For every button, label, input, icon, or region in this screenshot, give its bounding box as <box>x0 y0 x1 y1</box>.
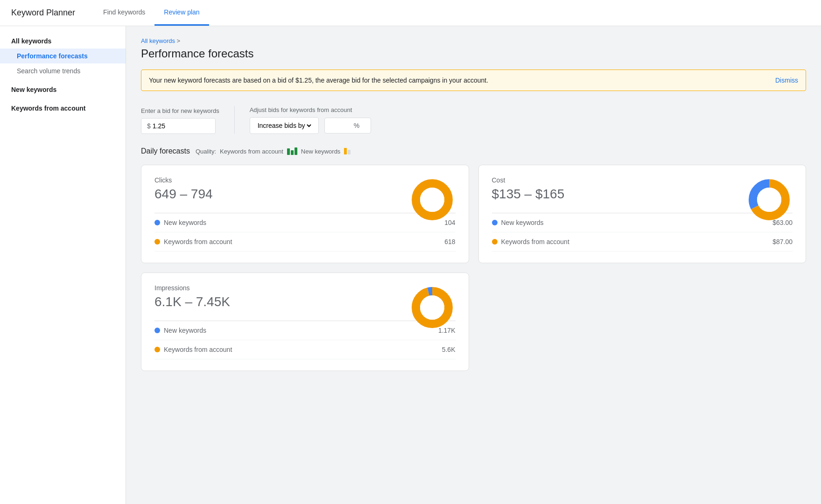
quality-legend: Quality: Keywords from account New keywo… <box>196 147 351 155</box>
cost-legend-account: Keywords from account $87.00 <box>492 232 793 252</box>
new-keywords-label: New keywords <box>164 219 206 226</box>
clicks-donut <box>409 176 456 224</box>
legend-account-label: Keywords from account <box>220 148 283 155</box>
sidebar-section-all-keywords[interactable]: All keywords <box>0 34 126 49</box>
impressions-account-value: 5.6K <box>442 346 456 353</box>
adjust-bids-label: Adjust bids for keywords from account <box>250 106 371 113</box>
impressions-new-dot <box>154 328 160 333</box>
top-bar: Keyword Planner Find keywords Review pla… <box>0 0 821 26</box>
layout: All keywords Performance forecasts Searc… <box>0 26 821 504</box>
svg-point-2 <box>420 188 444 212</box>
new-bar-2 <box>348 150 351 154</box>
impressions-donut <box>409 284 456 332</box>
sidebar-item-search-volume-trends[interactable]: Search volume trends <box>0 63 126 78</box>
bid-controls: Enter a bid for new keywords $ Adjust bi… <box>141 102 806 134</box>
account-keywords-dot <box>154 239 160 245</box>
cost-account-dot <box>492 239 498 245</box>
alert-banner: Your new keyword forecasts are based on … <box>141 70 806 91</box>
nav-find-keywords[interactable]: Find keywords <box>94 0 154 26</box>
app-title: Keyword Planner <box>11 8 75 18</box>
cost-account-value: $87.00 <box>772 238 793 245</box>
clicks-card: Clicks 649 – 794 New keyw <box>141 165 469 263</box>
bid-divider <box>234 106 235 134</box>
percent-suffix: % <box>354 122 359 129</box>
percent-input-wrap: % <box>324 118 371 133</box>
adjust-select-wrap[interactable]: Increase bids by <box>250 117 319 134</box>
daily-forecasts-header: Daily forecasts Quality: Keywords from a… <box>141 147 806 155</box>
dismiss-link[interactable]: Dismiss <box>775 77 798 84</box>
page-title: Performance forecasts <box>141 47 806 60</box>
adjust-bids-group: Adjust bids for keywords from account In… <box>250 106 371 134</box>
bar-1 <box>287 148 290 155</box>
daily-forecasts-title: Daily forecasts <box>141 147 190 155</box>
main-content: All keywords > Performance forecasts You… <box>126 26 821 504</box>
nav-review-plan[interactable]: Review plan <box>154 0 209 26</box>
sidebar-section-new-keywords[interactable]: New keywords <box>0 82 126 97</box>
clicks-donut-svg <box>409 176 456 223</box>
sidebar: All keywords Performance forecasts Searc… <box>0 26 126 504</box>
breadcrumb-parent[interactable]: All keywords <box>141 37 175 44</box>
new-keywords-bid-label: Enter a bid for new keywords <box>141 107 219 114</box>
cost-new-dot <box>492 220 498 225</box>
impressions-legend-account: Keywords from account 5.6K <box>154 340 456 359</box>
breadcrumb: All keywords > <box>141 37 806 44</box>
cost-card: Cost $135 – $165 New keywords <box>478 165 807 263</box>
cost-donut-svg <box>746 176 793 223</box>
quality-label: Quality: <box>196 148 216 155</box>
cost-donut <box>746 176 793 224</box>
new-bar-1 <box>344 148 347 154</box>
clicks-legend-account: Keywords from account 618 <box>154 232 456 252</box>
sidebar-item-performance-forecasts[interactable]: Performance forecasts <box>0 49 126 63</box>
account-legend-bars <box>287 147 297 155</box>
bar-2 <box>291 150 294 155</box>
alert-text: Your new keyword forecasts are based on … <box>149 77 488 84</box>
new-keywords-dot <box>154 220 160 225</box>
svg-point-8 <box>420 295 444 320</box>
percent-input[interactable] <box>330 122 354 129</box>
impressions-new-label: New keywords <box>164 327 206 334</box>
impressions-card: Impressions 6.1K – 7.45K New keywords 1.… <box>141 273 469 371</box>
top-nav: Find keywords Review plan <box>94 0 209 26</box>
new-keywords-bid-group: Enter a bid for new keywords $ <box>141 107 219 134</box>
adjust-select[interactable]: Increase bids by <box>256 121 313 130</box>
cost-account-label: Keywords from account <box>501 238 569 245</box>
bid-input[interactable] <box>153 122 190 130</box>
impressions-account-dot <box>154 347 160 352</box>
adjust-bids-row: Increase bids by % <box>250 117 371 134</box>
clicks-account-value: 618 <box>444 238 455 245</box>
bid-input-wrap: $ <box>141 118 216 134</box>
impressions-donut-svg <box>409 284 456 331</box>
breadcrumb-separator: > <box>177 37 181 44</box>
new-legend-bars <box>344 148 351 154</box>
bid-prefix: $ <box>147 122 151 130</box>
cost-new-label: New keywords <box>501 219 544 226</box>
impressions-account-label: Keywords from account <box>164 346 232 353</box>
sidebar-section-keywords-from-account[interactable]: Keywords from account <box>0 101 126 116</box>
cards-grid: Clicks 649 – 794 New keyw <box>141 165 806 263</box>
bar-3 <box>295 147 297 155</box>
legend-new-label: New keywords <box>301 148 341 155</box>
account-keywords-label: Keywords from account <box>164 238 232 245</box>
svg-point-5 <box>757 188 781 212</box>
